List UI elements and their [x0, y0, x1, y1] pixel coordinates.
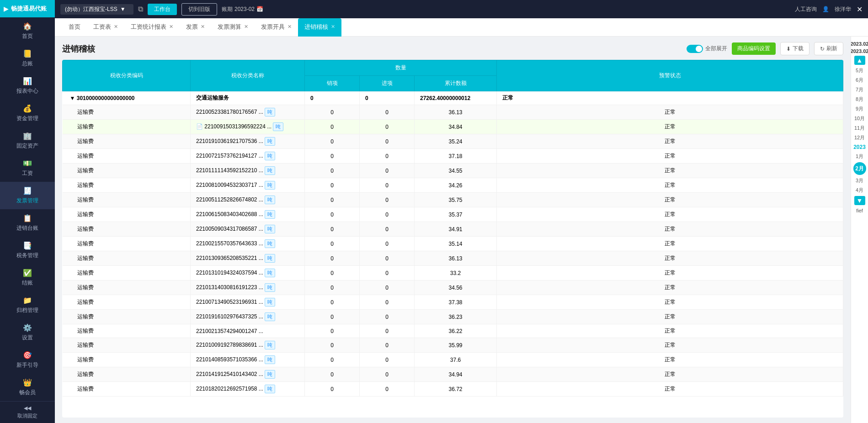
period-text: 账期 [222, 5, 233, 13]
sidebar-item-archive[interactable]: 📁 归档管理 [0, 291, 55, 319]
unit-tag: 吨 [265, 254, 275, 263]
row-tax-code: 22100213574294001247 ... [191, 324, 305, 338]
unit-tag: 吨 [265, 312, 275, 321]
row-sales: 0 [305, 120, 360, 134]
data-table-container: 税收分类编码 税收分类名称 数量 预警状态 销项 进项 累计数额 ▼ 301 [62, 60, 843, 418]
panel-month-7[interactable]: 7月 [851, 85, 868, 95]
row-purchase: 0 [360, 237, 415, 251]
sidebar-item-ledger[interactable]: 📒 总账 [0, 45, 55, 72]
row-status: 正常 [497, 382, 843, 397]
panel-month-12[interactable]: 12月 [851, 133, 868, 143]
panel-month-4[interactable]: 4月 [851, 185, 868, 195]
tab-close-icon[interactable]: ✕ [288, 24, 292, 30]
table-row: 运输费 22100511252826674802 ... 吨 0 0 35.75… [63, 193, 843, 207]
switch-version-button[interactable]: 切到旧版 [181, 3, 217, 16]
download-button[interactable]: ⬇ 下载 [780, 42, 809, 55]
row-tax-code: 22101309365208535221 ... 吨 [191, 251, 305, 266]
unit-tag: 吨 [265, 181, 275, 190]
sidebar-item-payroll[interactable]: 💵 工资 [0, 154, 55, 182]
row-name: 运输费 [63, 149, 191, 164]
sidebar-item-assets[interactable]: 🏢 固定资产 [0, 127, 55, 154]
unit-tag: 吨 [265, 239, 275, 248]
row-purchase: 0 [360, 310, 415, 324]
panel-scroll-down[interactable]: ▼ [854, 196, 865, 205]
panel-month-2-active[interactable]: 2月 [853, 162, 866, 175]
tab-close-icon[interactable]: ✕ [201, 24, 205, 30]
row-amount: 34.84 [415, 120, 497, 134]
tab-invoice[interactable]: 发票 ✕ [180, 18, 211, 37]
row-purchase: 0 [360, 280, 415, 295]
expand-toggle-wrap: 全部展开 [687, 45, 727, 53]
table-row: ▼ 3010000000000000000 交通运输服务 0 0 27262.4… [63, 91, 843, 105]
right-panel: 2023.02 2023.02 ▲ 5月 6月 7月 8月 9月 10月 11月… [851, 37, 868, 423]
tab-payroll-stats[interactable]: 工资统计报表 ✕ [124, 18, 180, 37]
calendar-icon[interactable]: 📅 [256, 6, 263, 12]
tab-invoice-calc[interactable]: 发票测算 ✕ [211, 18, 255, 37]
panel-month-10[interactable]: 10月 [851, 114, 868, 123]
row-status: 正常 [497, 178, 843, 193]
unit-tag: 吨 [265, 385, 275, 393]
row-status: 正常 [497, 193, 843, 207]
tab-label: 进销稽核 [304, 23, 328, 31]
sidebar-item-guide[interactable]: 🎯 新手引导 [0, 346, 55, 374]
row-sales: 0 [305, 193, 360, 207]
sidebar-item-funds[interactable]: 💰 资金管理 [0, 100, 55, 127]
workbench-button[interactable]: 工作台 [148, 4, 177, 15]
panel-month-8[interactable]: 8月 [851, 95, 868, 104]
ledger-icon: 📒 [23, 49, 32, 58]
sidebar-item-invoice[interactable]: 🧾 发票管理 [0, 182, 55, 209]
unit-tag: 吨 [265, 137, 275, 146]
tab-invoice-issue[interactable]: 发票开具 ✕ [255, 18, 298, 37]
panel-month-9[interactable]: 9月 [851, 104, 868, 114]
row-purchase: 0 [360, 149, 415, 164]
tab-close-icon[interactable]: ✕ [331, 24, 335, 30]
row-status: 正常 [497, 367, 843, 382]
sidebar-item-close-account[interactable]: ✅ 结账 [0, 264, 55, 291]
row-status: 正常 [497, 222, 843, 237]
sidebar-item-sales-ledger[interactable]: 📋 进销台账 [0, 209, 55, 237]
tab-close-icon[interactable]: ✕ [244, 24, 248, 30]
table-row: 运输费 22101111143592152210 ... 吨 0 0 34.55… [63, 164, 843, 178]
tab-close-icon[interactable]: ✕ [114, 24, 118, 30]
unpin-icon: ◀◀ [24, 405, 31, 411]
sidebar-item-reports[interactable]: 📊 报表中心 [0, 72, 55, 100]
refresh-button[interactable]: ↻ 刷新 [814, 42, 843, 55]
tab-sales-audit[interactable]: 进销稽核 ✕ [298, 18, 341, 37]
expand-toggle[interactable] [687, 45, 703, 53]
row-sales: 0 [305, 295, 360, 310]
sidebar-item-label: 新手引导 [16, 361, 38, 369]
top-bar-right: 人工咨询 👤 徐洋华 ✕ [795, 5, 863, 14]
fief-label[interactable]: fief [855, 206, 864, 215]
tab-payroll[interactable]: 工资表 ✕ [87, 18, 124, 37]
sidebar-item-label: 畅会员 [19, 389, 36, 397]
row-name: 运输费 [63, 178, 191, 193]
panel-month-1[interactable]: 1月 [851, 152, 868, 161]
panel-month-11[interactable]: 11月 [851, 123, 868, 133]
table-row: 运输费 22101310194324037594 ... 吨 0 0 33.2 … [63, 266, 843, 280]
invoice-icon: 🧾 [23, 186, 32, 195]
row-purchase: 0 [360, 134, 415, 149]
tab-home[interactable]: 首页 [62, 18, 87, 37]
unpin-button[interactable]: ◀◀ 取消固定 [0, 401, 55, 423]
row-purchase: 0 [360, 338, 415, 353]
sidebar-item-label: 首页 [22, 32, 33, 40]
table-row: 运输费 22100509034317086587 ... 吨 0 0 34.91… [63, 222, 843, 237]
row-amount: 36.13 [415, 105, 497, 120]
sidebar-item-home[interactable]: 🏠 首页 [0, 17, 55, 45]
panel-scroll-up[interactable]: ▲ [854, 56, 865, 65]
panel-month-6[interactable]: 6月 [851, 75, 868, 85]
tab-close-icon[interactable]: ✕ [169, 24, 173, 30]
sidebar-item-settings[interactable]: ⚙️ 设置 [0, 319, 55, 346]
panel-month-5[interactable]: 5月 [851, 66, 868, 75]
panel-month-3[interactable]: 3月 [851, 176, 868, 185]
settings-button[interactable]: 商品编码设置 [732, 42, 776, 55]
company-selector[interactable]: (勿动）江西报宝-LSS ▼ [60, 4, 133, 15]
copy-icon[interactable]: ⧉ [138, 5, 143, 13]
support-link[interactable]: 人工咨询 [795, 5, 817, 13]
sidebar-item-vip[interactable]: 👑 畅会员 [0, 374, 55, 401]
category-code: ▼ 3010000000000000000 [63, 91, 191, 105]
row-name: 运输费 [63, 105, 191, 120]
content-area: 进销稽核 全部展开 商品编码设置 ⬇ 下载 ↻ 刷新 [55, 37, 868, 423]
sidebar-item-tax[interactable]: 📑 税务管理 [0, 237, 55, 264]
close-button[interactable]: ✕ [857, 5, 863, 14]
